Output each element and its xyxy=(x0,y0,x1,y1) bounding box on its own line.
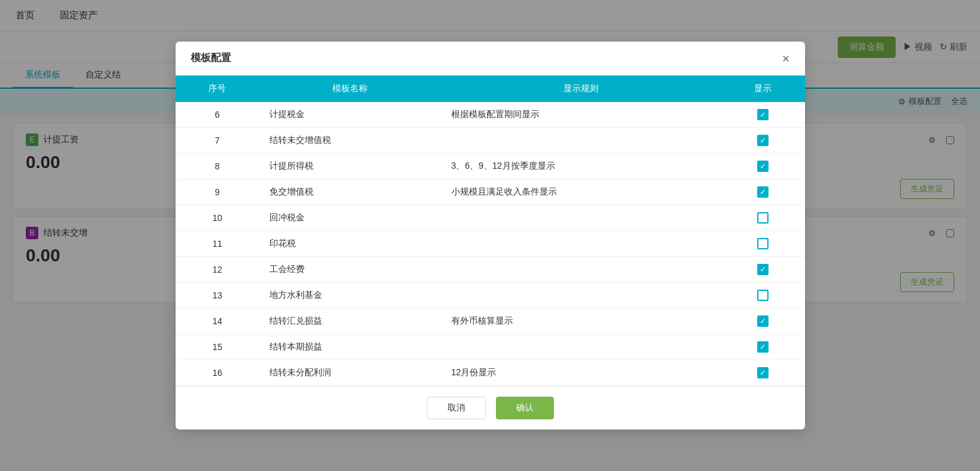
config-table: 序号 模板名称 显示规则 显示 6计提税金根据模板配置期间显示7结转未交增值税8… xyxy=(176,76,805,386)
table-row: 12工会经费 xyxy=(176,257,805,283)
table-row: 9免交增值税小规模且满足收入条件显示 xyxy=(176,179,805,205)
cell-rule-8: 有外币核算显示 xyxy=(441,309,721,334)
cell-name-4: 回冲税金 xyxy=(259,205,441,231)
cell-seq-1: 7 xyxy=(176,128,259,154)
modal-footer: 取消 确认 xyxy=(176,386,805,429)
cell-name-8: 结转汇兑损益 xyxy=(259,309,441,334)
table-row: 8计提所得税3、6、9、12月按季度显示 xyxy=(176,154,805,179)
cell-check-7[interactable] xyxy=(721,283,804,309)
col-header-rule: 显示规则 xyxy=(441,76,721,102)
table-row: 11印花税 xyxy=(176,231,805,257)
table-row: 6计提税金根据模板配置期间显示 xyxy=(176,102,805,128)
cell-check-8[interactable] xyxy=(721,309,804,334)
cell-seq-2: 8 xyxy=(176,154,259,179)
checkbox-4[interactable] xyxy=(757,212,769,224)
cell-seq-0: 6 xyxy=(176,102,259,128)
cell-rule-6 xyxy=(441,257,721,283)
cell-rule-3: 小规模且满足收入条件显示 xyxy=(441,179,721,205)
cell-seq-6: 12 xyxy=(176,257,259,283)
cell-seq-9: 15 xyxy=(176,334,259,360)
table-row: 10回冲税金 xyxy=(176,205,805,231)
modal-template-config: 模板配置 × 序号 模板名称 显示规则 显示 6计提税金根据模板配置期间显示7结… xyxy=(176,42,805,429)
table-row: 13地方水利基金 xyxy=(176,283,805,309)
checkbox-2[interactable] xyxy=(757,161,769,172)
cell-check-3[interactable] xyxy=(721,179,804,205)
confirm-button[interactable]: 确认 xyxy=(496,397,554,419)
col-header-display: 显示 xyxy=(721,76,804,102)
cell-check-2[interactable] xyxy=(721,154,804,179)
cell-name-0: 计提税金 xyxy=(259,102,441,128)
table-header-row: 序号 模板名称 显示规则 显示 xyxy=(176,76,805,102)
cell-rule-1 xyxy=(441,128,721,154)
modal-overlay: 模板配置 × 序号 模板名称 显示规则 显示 6计提税金根据模板配置期间显示7结… xyxy=(0,0,980,471)
modal-header: 模板配置 × xyxy=(176,42,805,76)
cell-name-3: 免交增值税 xyxy=(259,179,441,205)
cell-check-0[interactable] xyxy=(721,102,804,128)
cell-check-5[interactable] xyxy=(721,231,804,257)
cell-name-5: 印花税 xyxy=(259,231,441,257)
checkbox-8[interactable] xyxy=(757,315,769,327)
modal-title: 模板配置 xyxy=(191,52,231,65)
table-row: 16结转未分配利润12月份显示 xyxy=(176,360,805,386)
col-header-name: 模板名称 xyxy=(259,76,441,102)
table-row: 15结转本期损益 xyxy=(176,334,805,360)
table-scroll-container[interactable]: 序号 模板名称 显示规则 显示 6计提税金根据模板配置期间显示7结转未交增值税8… xyxy=(176,76,805,386)
cell-rule-7 xyxy=(441,283,721,309)
cell-name-2: 计提所得税 xyxy=(259,154,441,179)
cell-rule-4 xyxy=(441,205,721,231)
table-row: 7结转未交增值税 xyxy=(176,128,805,154)
cell-name-6: 工会经费 xyxy=(259,257,441,283)
cell-rule-0: 根据模板配置期间显示 xyxy=(441,102,721,128)
modal-close-button[interactable]: × xyxy=(782,52,790,65)
cell-check-9[interactable] xyxy=(721,334,804,360)
cell-check-6[interactable] xyxy=(721,257,804,283)
cell-seq-7: 13 xyxy=(176,283,259,309)
cell-name-1: 结转未交增值税 xyxy=(259,128,441,154)
cell-rule-10: 12月份显示 xyxy=(441,360,721,386)
checkbox-5[interactable] xyxy=(757,238,769,249)
cell-rule-2: 3、6、9、12月按季度显示 xyxy=(441,154,721,179)
cell-seq-10: 16 xyxy=(176,360,259,386)
modal-body: 序号 模板名称 显示规则 显示 6计提税金根据模板配置期间显示7结转未交增值税8… xyxy=(176,76,805,386)
cell-name-10: 结转未分配利润 xyxy=(259,360,441,386)
table-row: 14结转汇兑损益有外币核算显示 xyxy=(176,309,805,334)
checkbox-1[interactable] xyxy=(757,135,769,146)
cell-check-10[interactable] xyxy=(721,360,804,386)
checkbox-10[interactable] xyxy=(757,367,769,378)
checkbox-9[interactable] xyxy=(757,341,769,353)
cell-seq-3: 9 xyxy=(176,179,259,205)
cell-seq-8: 14 xyxy=(176,309,259,334)
checkbox-0[interactable] xyxy=(757,109,769,120)
cell-rule-9 xyxy=(441,334,721,360)
cell-rule-5 xyxy=(441,231,721,257)
checkbox-3[interactable] xyxy=(757,186,769,198)
cancel-button[interactable]: 取消 xyxy=(427,397,486,419)
checkbox-6[interactable] xyxy=(757,264,769,275)
cell-seq-4: 10 xyxy=(176,205,259,231)
cell-seq-5: 11 xyxy=(176,231,259,257)
table-body: 6计提税金根据模板配置期间显示7结转未交增值税8计提所得税3、6、9、12月按季… xyxy=(176,102,805,386)
col-header-seq: 序号 xyxy=(176,76,259,102)
cell-name-9: 结转本期损益 xyxy=(259,334,441,360)
cell-check-1[interactable] xyxy=(721,128,804,154)
cell-check-4[interactable] xyxy=(721,205,804,231)
cell-name-7: 地方水利基金 xyxy=(259,283,441,309)
checkbox-7[interactable] xyxy=(757,290,769,301)
